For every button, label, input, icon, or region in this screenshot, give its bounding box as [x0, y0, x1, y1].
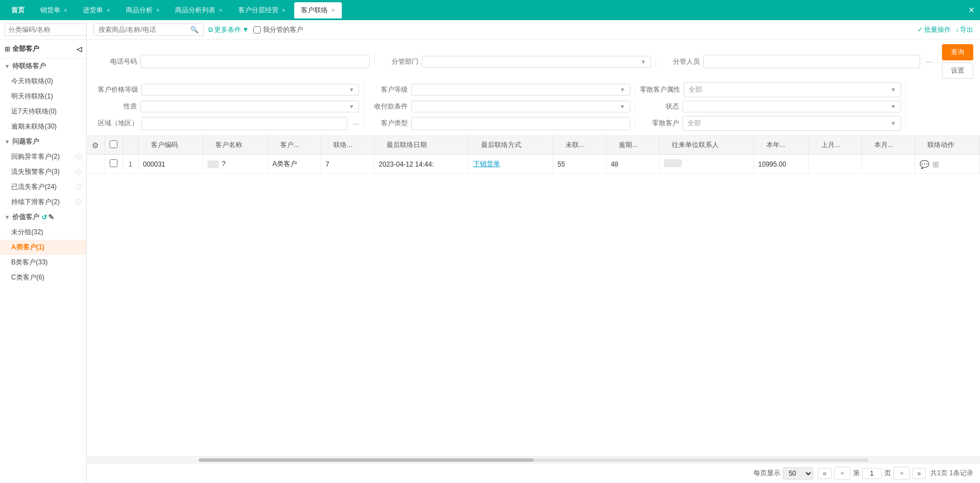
row-this-year: 10995.00 [753, 155, 808, 174]
sidebar-group-pending[interactable]: ▼ 待联络客户 [0, 59, 86, 74]
sidebar-all-customers-header[interactable]: ⊞ 全部客户 ◁ [0, 40, 86, 59]
nav-home[interactable]: 首页 [4, 2, 31, 18]
my-customers-checkbox[interactable] [253, 26, 261, 34]
per-page-area: 每页显示 50 100 200 [753, 467, 813, 480]
prev-page-btn[interactable]: ＜ [834, 467, 851, 480]
region-dots[interactable]: ··· [353, 119, 360, 128]
filter-row-3: 性质 ▼ 收付款条件 ▼ 状态 [93, 101, 973, 112]
nav-purchase-close[interactable]: × [106, 7, 110, 13]
per-page-select[interactable]: 50 100 200 [783, 467, 813, 480]
sidebar-group-problem[interactable]: ▼ 问题客户 [0, 134, 86, 149]
table-settings-icon[interactable]: ⚙ [92, 141, 99, 150]
col-last-month: ⋮上月... [808, 136, 861, 155]
sidebar-group-value[interactable]: ▼ 价值客户 ↺ ✎ [0, 210, 86, 225]
nav-analysis-list[interactable]: 商品分析列表 × [168, 2, 229, 18]
payment-select[interactable]: ▼ [411, 101, 630, 112]
customer-level-chevron: ▼ [620, 87, 625, 93]
nav-analysis-list-close[interactable]: × [219, 7, 222, 13]
sidebar-item-today[interactable]: 今天待联络(0) [0, 74, 86, 89]
manager-dots[interactable]: ··· [926, 57, 932, 66]
sidebar-item-7days[interactable]: 近7天待联络(0) [0, 104, 86, 119]
sidebar-item-warning[interactable]: 流失预警客户(3) ⓘ [0, 164, 86, 179]
col-index [123, 136, 138, 155]
filter-more-conditions[interactable]: ⧉ 更多条件 ▼ [208, 25, 249, 35]
nav-customer-segment-close[interactable]: × [282, 7, 285, 13]
nav-analysis-close[interactable]: × [156, 7, 159, 13]
status-select[interactable]: ▼ [682, 101, 901, 112]
customer-level-label: 客户等级 [369, 85, 408, 94]
filter-status: 状态 ▼ [635, 101, 906, 112]
action-more-icon[interactable]: ⊞ [932, 160, 939, 169]
nav-sales[interactable]: 销货单 × [34, 2, 74, 18]
manager-input[interactable] [703, 55, 920, 68]
refresh-icon[interactable]: ↺ [41, 214, 47, 221]
nav-customer-contact-close[interactable]: × [331, 7, 334, 13]
nav-purchase-label: 进货单 [83, 6, 103, 15]
last-method-link[interactable]: 下销货单 [473, 160, 500, 168]
select-all-checkbox[interactable] [110, 140, 117, 148]
sidebar-item-declining[interactable]: 持续下滑客户(2) ⓘ [0, 195, 86, 210]
next-page-btn[interactable]: ＞ [893, 467, 910, 480]
nav-purchase[interactable]: 进货单 × [76, 2, 116, 18]
edit-icon[interactable]: ✎ [48, 213, 54, 221]
sidebar-search-input[interactable] [4, 23, 87, 36]
row-last-date: 2023-04-12 14:44: [374, 155, 469, 174]
retail-attr-select[interactable]: 全部 ▼ [684, 82, 901, 97]
action-chat-icon[interactable]: 💬 [920, 160, 929, 169]
customer-level-select[interactable]: ▼ [411, 84, 630, 96]
phone-input[interactable] [140, 55, 370, 68]
row-unit-contact [659, 155, 753, 174]
sidebar-item-abnormal[interactable]: 回购异常客户(2) ⓘ [0, 149, 86, 164]
col-settings[interactable]: ⚙ [87, 136, 105, 155]
nav-customer-contact[interactable]: 客户联络 × [294, 2, 341, 18]
row-checkbox[interactable] [110, 159, 117, 167]
status-label: 状态 [640, 102, 679, 111]
sidebar-item-tomorrow[interactable]: 明天待联络(1) [0, 89, 86, 104]
dept-label: 分管部门 [379, 57, 418, 67]
sidebar-item-lost[interactable]: 已流失客户(24) ⓘ [0, 179, 86, 195]
info-icon-declining: ⓘ [76, 198, 82, 206]
sidebar-item-a-class[interactable]: A类客户(1) [0, 240, 86, 255]
unit-contact-placeholder [664, 159, 682, 167]
row-this-month [862, 155, 915, 174]
nav-customer-segment[interactable]: 客户分层经营 × [232, 2, 292, 18]
sidebar-item-b-class[interactable]: B类客户(33) [0, 255, 86, 270]
nav-analysis[interactable]: 商品分析 × [119, 2, 166, 18]
price-level-select[interactable]: ▼ [142, 84, 359, 96]
sidebar-collapse-icon[interactable]: ◁ [77, 45, 82, 53]
sidebar-item-c-class[interactable]: C类客户(6) [0, 270, 86, 285]
sidebar-item-ungroup[interactable]: 未分组(32) [0, 225, 86, 240]
filter-search-input[interactable] [98, 26, 188, 34]
filter-search-icon[interactable]: 🔍 [190, 26, 199, 34]
main-layout: 🔍 ⊞ 全部客户 ◁ ▼ 待联络客户 今天待联络(0) 明天待联络(1) 近7天… [0, 20, 980, 483]
row-last-method[interactable]: 下销货单 [468, 155, 553, 174]
nav-sales-close[interactable]: × [64, 7, 67, 13]
filter-retail-attr: 零散客户属性 全部 ▼ [635, 82, 906, 97]
region-input[interactable] [142, 117, 347, 130]
first-page-btn[interactable]: « [818, 468, 832, 479]
row-type: A类客户 [267, 155, 321, 174]
scroll-thumb[interactable] [199, 458, 534, 462]
row-action: 💬 ⊞ [915, 155, 980, 174]
last-page-btn[interactable]: » [912, 468, 926, 479]
page-number-input[interactable] [862, 468, 882, 479]
nature-select[interactable]: ▼ [140, 101, 359, 112]
query-button[interactable]: 查询 [942, 44, 973, 60]
batch-op-button[interactable]: ✓ 批量操作 [917, 25, 951, 35]
col-unit-contact: ⋮往来单位联系人 [659, 136, 753, 155]
export-button[interactable]: ↓ 导出 [955, 25, 973, 35]
filter-nature: 性质 ▼ [93, 101, 364, 112]
filter-row-1: 电话号码 分管部门 ▼ 分管人员 ··· 查询 设置 [93, 44, 973, 79]
pending-triangle: ▼ [4, 63, 10, 69]
my-customers-checkbox-label[interactable]: 我分管的客户 [253, 25, 303, 35]
settings-button[interactable]: 设置 [942, 63, 973, 79]
close-all-tabs[interactable]: × [968, 5, 974, 15]
customer-type-input[interactable] [411, 117, 630, 130]
row-name: ? [203, 155, 268, 174]
retail-customer-select[interactable]: 全部 ▼ [682, 116, 901, 131]
dept-select[interactable]: ▼ [422, 56, 651, 68]
page-suffix: 页 [884, 468, 891, 478]
sidebar-item-overdue[interactable]: 逾期未联络(30) [0, 119, 86, 134]
filter-bar: 🔍 ⧉ 更多条件 ▼ 我分管的客户 ✓ 批量操作 ↓ 导出 [87, 20, 980, 40]
check-icon: ✓ [917, 26, 923, 34]
